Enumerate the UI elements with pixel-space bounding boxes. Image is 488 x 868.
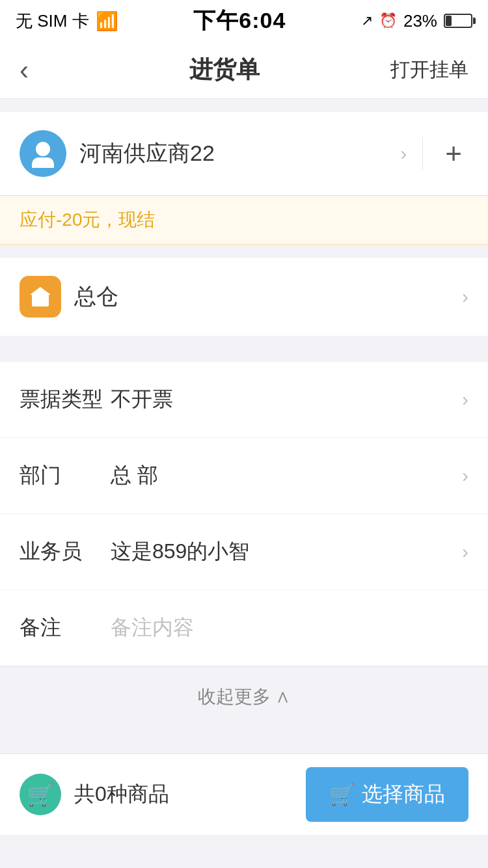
collapse-button[interactable]: 收起更多 ∧ (0, 666, 488, 727)
sales-label: 业务员 (20, 537, 111, 566)
remark-input[interactable]: 备注内容 (111, 614, 468, 642)
cart-symbol: 🛒 (27, 781, 54, 807)
invoice-value: 不开票 (111, 385, 462, 414)
wifi-icon: 📶 (96, 10, 118, 32)
battery-icon (444, 14, 472, 28)
warehouse-chevron-icon: › (462, 286, 468, 308)
form-section: 票据类型 不开票 › 部门 总 部 › 业务员 这是859的小智 › 备注 备注… (0, 362, 488, 666)
carrier-text: 无 SIM 卡 (16, 10, 89, 33)
battery-percent: 23% (403, 11, 437, 31)
warehouse-section: 总仓 › (0, 258, 488, 336)
back-button[interactable]: ‹ (20, 55, 59, 86)
dept-chevron-icon: › (462, 465, 468, 487)
person-icon (31, 142, 55, 165)
house-icon (30, 287, 51, 306)
notice-text: 应付-20元，现结 (20, 210, 155, 230)
warehouse-row[interactable]: 总仓 › (0, 258, 488, 336)
bottom-bar: 🛒 共0种商品 🛒 选择商品 (0, 753, 488, 835)
invoice-chevron-icon: › (462, 388, 468, 411)
sales-chevron-icon: › (462, 541, 468, 563)
gap-4 (0, 727, 488, 740)
sales-row[interactable]: 业务员 这是859的小智 › (0, 514, 488, 590)
product-count: 共0种商品 (74, 780, 306, 809)
supplier-row[interactable]: 河南供应商22 › + (0, 112, 488, 195)
collapse-label: 收起更多 ∧ (198, 686, 291, 707)
supplier-section: 河南供应商22 › + 应付-20元，现结 (0, 112, 488, 245)
dept-value: 总 部 (111, 461, 462, 490)
location-icon: ↗ (361, 12, 373, 29)
nav-bar: ‹ 进货单 打开挂单 (0, 42, 488, 99)
status-time: 下午6:04 (193, 6, 286, 36)
supplier-name: 河南供应商22 (79, 139, 400, 169)
select-product-icon: 🛒 (329, 782, 355, 807)
gap-1 (0, 99, 488, 112)
dept-label: 部门 (20, 461, 111, 490)
invoice-label: 票据类型 (20, 385, 111, 414)
warehouse-name: 总仓 (74, 282, 462, 312)
status-carrier: 无 SIM 卡 📶 (16, 10, 118, 33)
status-bar: 无 SIM 卡 📶 下午6:04 ↗ ⏰ 23% (0, 0, 488, 42)
warehouse-icon (20, 276, 61, 318)
remark-row[interactable]: 备注 备注内容 (0, 590, 488, 666)
invoice-row[interactable]: 票据类型 不开票 › (0, 362, 488, 438)
select-product-button[interactable]: 🛒 选择商品 (306, 767, 468, 822)
open-pending-button[interactable]: 打开挂单 (390, 57, 468, 83)
product-cart-icon: 🛒 (20, 774, 61, 815)
select-product-label: 选择商品 (362, 780, 445, 809)
alarm-icon: ⏰ (379, 12, 397, 29)
supplier-chevron-icon: › (400, 142, 407, 165)
notice-banner: 应付-20元，现结 (0, 195, 488, 245)
status-right: ↗ ⏰ 23% (361, 11, 472, 31)
page-bottom (0, 835, 488, 868)
page-title: 进货单 (189, 54, 260, 86)
gap-2 (0, 245, 488, 258)
add-supplier-button[interactable]: + (439, 137, 468, 170)
remark-label: 备注 (20, 614, 111, 642)
gap-3 (0, 336, 488, 349)
supplier-avatar (20, 130, 66, 177)
supplier-divider (422, 137, 423, 170)
sales-value: 这是859的小智 (111, 537, 462, 566)
dept-row[interactable]: 部门 总 部 › (0, 438, 488, 514)
